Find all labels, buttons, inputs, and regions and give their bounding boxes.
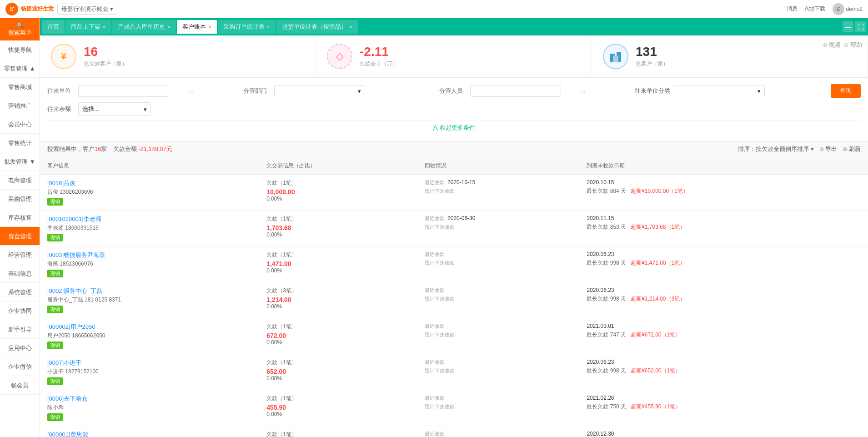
- tab-home[interactable]: 首页: [42, 20, 65, 34]
- customer-name-1[interactable]: [0001020001]李老师: [47, 215, 252, 223]
- results-actions: 排序：按欠款金额倒序排序 ▾ ⊙ 导出 ⊙ 刷新: [738, 145, 861, 153]
- sidebar-item-retail-mgmt[interactable]: 零售管理 ▲: [0, 59, 40, 78]
- days-text-5: 最长欠款 998 天: [587, 367, 629, 374]
- sidebar-item-retail-stats[interactable]: 零售统计: [0, 134, 40, 152]
- days-text-6: 最长欠款 750 天: [587, 403, 629, 410]
- overdue-text-3[interactable]: 超期¥1,214.00（3笔）: [631, 296, 685, 302]
- search-icon: 🔍: [16, 22, 24, 29]
- sidebar-item-inventory[interactable]: 库存核算: [0, 208, 40, 227]
- sidebar-item-ecommerce[interactable]: 电商管理: [0, 171, 40, 190]
- percent-3: 0.00%: [266, 303, 410, 310]
- percent-6: 0.00%: [266, 411, 410, 417]
- tab-product-history-close[interactable]: ✕: [167, 25, 171, 30]
- overdue-text-2[interactable]: 超期¥1,471.00（1笔）: [631, 260, 685, 266]
- sidebar-item-enterprise[interactable]: 企业协同: [0, 301, 40, 320]
- sidebar: 🔍 搜索菜单 快捷导航 零售管理 ▲ 零售商城 营销推广 会员中心 零售统计: [0, 18, 40, 437]
- cell-debt-3: 欠款（3笔） 1,214.00 0.00%: [259, 282, 417, 318]
- filter-customer: 往来单位 ···: [47, 85, 236, 97]
- tab-products-off-close[interactable]: ✕: [102, 25, 106, 30]
- sidebar-item-member-vip[interactable]: 畅会员: [0, 376, 40, 395]
- due-date-2: 2020.06.23: [587, 251, 861, 257]
- app-download-link[interactable]: App下载: [805, 5, 825, 13]
- customer-name-5[interactable]: [0007]小进干: [47, 359, 252, 367]
- refresh-button[interactable]: ⊙ 刷新: [843, 145, 861, 153]
- overdue-text-4[interactable]: 超期¥672.00（1笔）: [631, 332, 681, 338]
- sidebar-item-enterprise-wechat[interactable]: 企业微信: [0, 357, 40, 376]
- sidebar-item-purchase[interactable]: 采购管理: [0, 190, 40, 208]
- sidebar-search[interactable]: 🔍 搜索菜单: [0, 18, 40, 40]
- overdue-text-0[interactable]: 超期¥10,000.00（1笔）: [631, 188, 688, 194]
- filter-person-dots[interactable]: ···: [580, 87, 586, 95]
- sidebar-item-member[interactable]: 会员中心: [0, 115, 40, 134]
- stats-row: ¥ 16 总欠款客户（家） ◇ -2.11 欠款合计（万）: [40, 35, 868, 78]
- customer-phone-5: 小进干 18279152100: [47, 368, 252, 376]
- sidebar-item-basic-info[interactable]: 基础信息: [0, 264, 40, 283]
- sidebar-item-newbie[interactable]: 新手引导: [0, 320, 40, 339]
- filter-balance-select[interactable]: 选择... ▾: [78, 102, 151, 116]
- customer-badge-0: 现销: [47, 198, 63, 206]
- sidebar-item-batch-mgmt[interactable]: 批发管理 ▼: [0, 152, 40, 171]
- sort-label: 排序：按欠款金额倒序排序 ▾: [738, 145, 814, 153]
- tab-product-history[interactable]: 产成品入库单历史 ✕: [112, 20, 176, 34]
- overdue-text-1[interactable]: 超期¥1,703.68（1笔）: [631, 224, 685, 230]
- customer-name-4[interactable]: [000002]用户2050: [47, 323, 252, 331]
- tab-minimize-button[interactable]: —: [843, 21, 853, 32]
- th-debt-info: 欠交易信息（占比）: [259, 157, 417, 175]
- collapse-icon: ⋀: [433, 124, 438, 131]
- user-menu[interactable]: D demo2: [833, 3, 863, 15]
- stat-icon-1: ¥: [51, 44, 76, 69]
- customer-name-7[interactable]: [000001]黄思源: [47, 431, 252, 437]
- stat-help-link[interactable]: ⊙ 帮助: [844, 41, 862, 49]
- th-due-date: 到期未收款日期: [579, 157, 868, 175]
- stat-video-link[interactable]: ⊙ 视频: [823, 41, 841, 49]
- tab-products-off[interactable]: 商品上下架 ✕: [65, 20, 111, 34]
- customer-name-6[interactable]: [0006]去下粮仓: [47, 395, 252, 403]
- tab-purchase-stats2[interactable]: 进货单统计表（按商品） ✕: [276, 20, 358, 34]
- percent-0: 0.00%: [266, 196, 410, 202]
- overdue-text-6[interactable]: 超期¥455.90（1笔）: [631, 403, 681, 410]
- export-button[interactable]: ⊙ 导出: [819, 145, 838, 153]
- sidebar-item-operations[interactable]: 经营管理: [0, 246, 40, 264]
- search-button[interactable]: 查询: [831, 84, 861, 98]
- tab-purchase-stats-close[interactable]: ✕: [266, 25, 270, 30]
- tab-customer-account[interactable]: 客户账本 ✕: [177, 20, 217, 34]
- filter-customer-dots[interactable]: ···: [188, 87, 194, 95]
- customer-name-3[interactable]: [0002]服务中心_丁磊: [47, 287, 252, 295]
- cell-collection-0: 最近收款 2020-10-15 预计下次收款: [417, 175, 580, 211]
- username: demo2: [846, 6, 863, 12]
- percent-2: 0.00%: [266, 267, 410, 274]
- customer-name-2[interactable]: [0003]畅捷服务尹海蒸: [47, 251, 252, 259]
- filter-balance-chevron: ▾: [144, 106, 147, 113]
- debt-amount-3: 1,214.00: [266, 296, 410, 303]
- sidebar-item-marketing[interactable]: 营销推广: [0, 96, 40, 115]
- stat-label-3: 总客户（家）: [636, 60, 668, 68]
- tab-customer-account-close[interactable]: ✕: [208, 25, 211, 30]
- filter-person-label: 分管人员: [439, 87, 467, 95]
- sidebar-item-quick-nav[interactable]: 快捷导航: [0, 40, 40, 59]
- tab-purchase-stats[interactable]: 采购订单统计表 ✕: [218, 20, 276, 34]
- sidebar-item-finance[interactable]: 资金管理: [0, 227, 40, 246]
- table-row: [000001]黄思源 黄思源 13552700226 现销 欠款（1笔） 42…: [40, 426, 868, 437]
- filter-dept-chevron: ▾: [358, 88, 361, 95]
- cell-customer-1: [0001020001]李老师 李老师 18600391516 现销: [40, 211, 259, 246]
- sidebar-item-system[interactable]: 系统管理: [0, 283, 40, 301]
- customer-name-0[interactable]: [0016]吕俊: [47, 179, 252, 187]
- filter-category-select[interactable]: ▾: [674, 85, 765, 97]
- cell-debt-5: 欠款（1笔） 652.00 0.00%: [259, 354, 417, 390]
- company-select[interactable]: 母婴行业演示账套 ▾: [57, 4, 117, 15]
- sidebar-item-retail-mall[interactable]: 零售商城: [0, 78, 40, 96]
- cell-collection-2: 最近收款 预计下次收款: [417, 246, 580, 282]
- message-link[interactable]: 消息: [787, 5, 798, 13]
- filter-customer-input[interactable]: [78, 85, 169, 97]
- days-text-2: 最长欠款 998 天: [587, 260, 629, 266]
- sidebar-item-app-center[interactable]: 应用中心: [0, 339, 40, 357]
- filter-person-input[interactable]: [470, 85, 561, 97]
- filter-dept-select[interactable]: ▾: [274, 85, 365, 97]
- filter-balance-label: 往来余额: [47, 105, 75, 113]
- tab-purchase-stats2-close[interactable]: ✕: [349, 25, 352, 30]
- recent-label-1: 最近收款 2020-06-30: [425, 215, 572, 222]
- tab-maximize-button[interactable]: ⛶: [855, 21, 866, 32]
- collapse-row[interactable]: ⋀ 收起更多条件: [47, 121, 861, 135]
- stat-card-2: ◇ -2.11 欠款合计（万）: [316, 35, 592, 77]
- overdue-text-5[interactable]: 超期¥652.00（1笔）: [631, 367, 681, 374]
